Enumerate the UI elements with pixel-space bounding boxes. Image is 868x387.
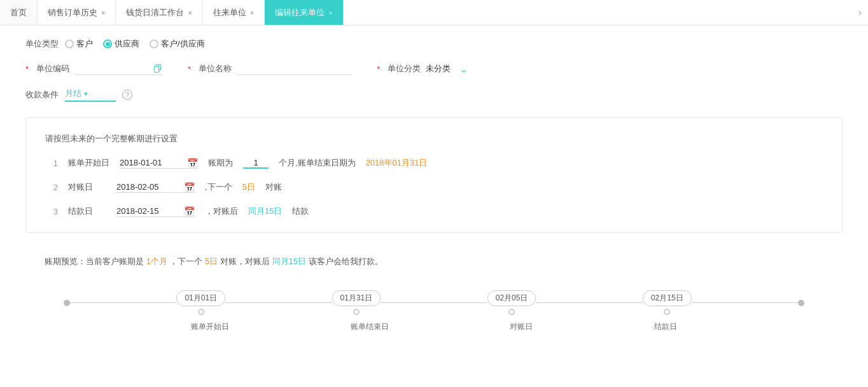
unit-name-star: * — [188, 64, 191, 74]
setting-row-1: 1 账单开始日 📅 账期为 个月,账单结束日期为 2018年01月31日 — [45, 157, 823, 169]
row-2-calendar-icon[interactable]: 📅 — [184, 182, 195, 192]
unit-category-star: * — [377, 64, 380, 74]
row-2-field-label: 对账日 — [68, 181, 106, 193]
unit-type-row: 单位类型 客户 供应商 客户/供应商 — [25, 38, 843, 50]
timeline-badge-2: 01月31日 — [332, 290, 381, 306]
tab-home[interactable]: 首页 — [0, 0, 38, 25]
timeline-label-4: 结款日 — [654, 321, 677, 332]
tab-cash-work-label: 钱货日清工作台 — [126, 7, 184, 18]
row-3-date-field[interactable] — [116, 206, 180, 216]
unit-name-input[interactable]: 河南供应商22 — [237, 62, 351, 75]
row-3-num: 3 — [45, 207, 58, 216]
row-2-desc-prefix: ,下一个 — [205, 181, 232, 193]
tab-home-label: 首页 — [10, 7, 27, 18]
timeline-node-2: 01月31日 — [332, 290, 381, 315]
row-1-date-field[interactable] — [120, 158, 183, 167]
preview-mid1: ，下一个 — [169, 257, 202, 266]
timeline-node-4: 02月15日 — [643, 290, 692, 315]
preview-mid2: 对账，对账后 — [220, 257, 270, 266]
row-1-period-field[interactable] — [243, 158, 269, 168]
tab-edit-partner-close[interactable]: × — [328, 9, 332, 17]
row-2-desc-suffix: 对账 — [265, 181, 282, 193]
row-1-period-label: 账期为 — [208, 157, 233, 169]
timeline-label-2: 账单结束日 — [351, 321, 389, 332]
row-3-calendar-icon[interactable]: 📅 — [184, 206, 195, 216]
preview-suffix: 该客户会给我打款。 — [309, 257, 383, 266]
timeline-label-3: 对账日 — [510, 321, 533, 332]
tabs-scroll-arrow[interactable]: › — [852, 7, 868, 18]
tab-partner-close[interactable]: × — [250, 9, 254, 17]
row-3-field-label: 结款日 — [68, 206, 106, 217]
unit-type-radio-group: 客户 供应商 客户/供应商 — [65, 38, 205, 50]
tab-sales-history-close[interactable]: × — [101, 9, 105, 17]
timeline-end-dot — [798, 300, 804, 306]
timeline-node-3: 02月05日 — [487, 290, 536, 315]
setting-row-3: 3 结款日 📅 ，对账后 同月15日 结款 — [45, 206, 823, 217]
timeline-badge-1: 01月01日 — [176, 290, 225, 306]
timeline-node-1: 01月01日 — [176, 290, 225, 315]
unit-fields-row: * 单位编码 000001 🗍 * 单位名称 河南供应商22 * 单位分类 未分… — [25, 62, 843, 75]
tab-edit-partner-label: 编辑往来单位 — [275, 7, 325, 18]
timeline-dot-2 — [353, 309, 360, 315]
payment-condition-value: 月结 — [65, 88, 81, 99]
payment-condition-label: 收款条件 — [25, 89, 59, 101]
row-1-period-unit: 个月,账单结束日期为 — [279, 157, 356, 169]
preview-section: 账期预览：当前客户账期是 1个月 ，下一个 5日 对账，对账后 同月15日 该客… — [25, 246, 843, 278]
row-1-calendar-icon[interactable]: 📅 — [187, 158, 198, 168]
help-icon[interactable]: ? — [122, 90, 132, 100]
row-3-desc-suffix: 结款 — [292, 206, 309, 217]
payment-condition-arrow-icon: ▾ — [84, 90, 88, 98]
timeline-dot-1 — [198, 309, 204, 315]
row-1-num: 1 — [45, 158, 58, 168]
row-2-date-field[interactable] — [116, 182, 180, 192]
main-content: 单位类型 客户 供应商 客户/供应商 * 单位编码 000001 🗍 — [0, 25, 868, 387]
row-3-desc-prefix: ，对账后 — [205, 206, 238, 217]
row-1-field-label: 账单开始日 — [68, 157, 109, 169]
radio-customer-label: 客户 — [76, 38, 93, 50]
unit-type-label: 单位类型 — [25, 38, 59, 50]
tab-sales-history[interactable]: 销售订单历史 × — [38, 0, 116, 25]
payment-condition-row: 收款条件 月结 ▾ ? — [25, 88, 843, 102]
timeline-line-2 — [225, 302, 332, 303]
timeline-line-5 — [692, 302, 798, 303]
preview-months: 1个月 — [146, 257, 167, 266]
payment-condition-select[interactable]: 月结 ▾ — [65, 88, 116, 102]
tab-partner-label: 往来单位 — [213, 7, 246, 18]
unit-name-label: 单位名称 — [199, 63, 232, 74]
tab-sales-history-label: 销售订单历史 — [48, 7, 97, 18]
tab-cash-work[interactable]: 钱货日清工作台 × — [116, 0, 202, 25]
timeline-line-4 — [536, 302, 642, 303]
unit-code-input[interactable]: 000001 — [74, 62, 151, 74]
unit-code-label: 单位编码 — [36, 63, 69, 74]
tabs-bar: 首页 销售订单历史 × 钱货日清工作台 × 往来单位 × 编辑往来单位 × › — [0, 0, 868, 25]
radio-customer-supplier[interactable]: 客户/供应商 — [150, 38, 205, 50]
preview-day5: 5日 — [205, 257, 218, 266]
timeline-line-1 — [70, 302, 176, 303]
timeline-start-dot — [64, 300, 70, 306]
unit-category-dropdown-icon[interactable]: ⌄ — [459, 63, 468, 75]
row-2-date-input: 📅 — [116, 182, 195, 193]
preview-day15: 同月15日 — [272, 257, 306, 266]
row-1-date-input: 📅 — [120, 158, 198, 169]
row-2-desc-highlight: 5日 — [242, 181, 255, 193]
unit-code-star: * — [25, 64, 29, 74]
unit-code-picker-icon[interactable]: 🗍 — [153, 64, 162, 74]
timeline-label-1: 账单开始日 — [191, 321, 229, 332]
tab-partner[interactable]: 往来单位 × — [203, 0, 265, 25]
unit-code-input-wrapper: 000001 🗍 — [74, 62, 162, 75]
tab-cash-work-close[interactable]: × — [188, 9, 192, 17]
row-3-date-input: 📅 — [116, 206, 195, 217]
setting-row-2: 2 对账日 📅 ,下一个 5日 对账 — [45, 181, 823, 193]
radio-supplier-circle — [103, 39, 112, 48]
radio-customer-supplier-label: 客户/供应商 — [161, 38, 205, 50]
radio-customer[interactable]: 客户 — [65, 38, 93, 50]
tab-edit-partner[interactable]: 编辑往来单位 × — [265, 0, 343, 25]
radio-supplier[interactable]: 供应商 — [103, 38, 139, 50]
unit-category-value: 未分类 — [426, 63, 451, 74]
timeline-track: 01月01日 01月31日 02月05日 02月15日 — [51, 290, 817, 315]
unit-code-group: * 单位编码 000001 🗍 — [25, 62, 162, 75]
timeline-badge-3: 02月05日 — [487, 290, 536, 306]
preview-prefix: 账期预览：当前客户账期是 — [45, 257, 144, 266]
radio-customer-supplier-circle — [150, 39, 158, 48]
timeline-line-3 — [381, 302, 487, 303]
